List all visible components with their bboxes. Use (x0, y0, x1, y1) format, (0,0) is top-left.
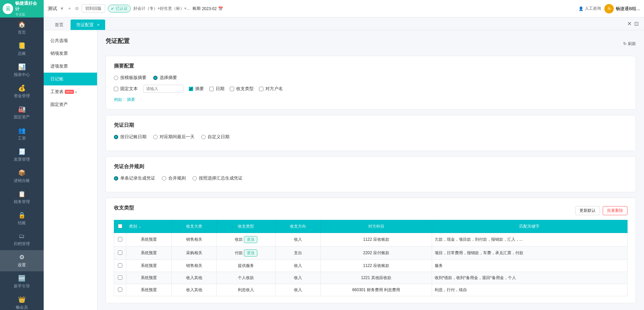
left-nav-item-purchase-invoice[interactable]: 进项发票 (44, 60, 97, 73)
fixed-text-checkbox-label[interactable]: 固定文本 (114, 86, 138, 92)
topbar-dropdown-arrow[interactable]: ▼ (60, 6, 64, 11)
select-all-checkbox[interactable] (118, 224, 122, 228)
refresh-btn[interactable]: ↻ 刷新 (623, 41, 636, 47)
sidebar-item-label-guide: 新手引导 (14, 283, 30, 289)
invoice-mgmt-icon: 🧾 (18, 148, 26, 155)
sidebar-item-home[interactable]: 🏠首页 (0, 17, 44, 39)
row-account-2: 1122 应收账款 (320, 260, 432, 272)
summary-select-radio[interactable] (153, 76, 158, 80)
left-nav-item-salary-table[interactable]: 工资表 NEW › (44, 85, 97, 98)
type-tag-0[interactable]: 置顶 (244, 236, 257, 243)
topbar-gear-icon[interactable]: ⚙ (75, 6, 79, 11)
calendar-icon[interactable]: 📅 (218, 6, 223, 11)
sidebar-item-close[interactable]: 🔒结账 (0, 208, 44, 229)
tabs-bar: 首页 凭证配置 × ✕ ⊡ (44, 17, 644, 30)
custom-date-radio[interactable] (201, 135, 206, 139)
summary-select-option[interactable]: 选择摘要 (153, 75, 177, 81)
row-checkbox-cell-3[interactable] (114, 272, 126, 284)
window-close-btn[interactable]: ✕ (627, 21, 632, 27)
merge-rule-option[interactable]: 合并规则 (162, 175, 186, 181)
sidebar-item-settings[interactable]: ⚙设置 (0, 250, 44, 271)
category-sort-icon[interactable]: ⌄ (138, 225, 141, 228)
left-nav-item-sales-invoice[interactable]: 销项发票 (44, 47, 97, 60)
row-checkbox-cell-0[interactable] (114, 233, 126, 246)
row-checkbox-cell-1[interactable] (114, 246, 126, 260)
row-checkbox-cell-4[interactable] (114, 284, 126, 296)
tab-home[interactable]: 首页 (49, 20, 69, 30)
period-last-option[interactable]: 对应期间最后一天 (153, 134, 195, 140)
topbar-user[interactable]: 头 畅捷通B组... (604, 4, 640, 13)
th-account-label: 对方科目 (368, 224, 384, 229)
update-default-btn[interactable]: 更新默认 (575, 206, 600, 215)
select-total-option[interactable]: 按照选择汇总生成凭证 (192, 175, 243, 181)
custom-date-label: 自定义日期 (208, 134, 229, 140)
tab-close-icon[interactable]: × (97, 22, 100, 27)
tab-voucher-config[interactable]: 凭证配置 × (71, 20, 105, 30)
counterpart-checkbox[interactable] (259, 87, 263, 91)
sidebar-item-label-archive: 归档管理 (14, 241, 30, 247)
fixed-text-checkbox[interactable] (114, 87, 118, 91)
single-record-radio[interactable] (114, 176, 118, 181)
custom-date-option[interactable]: 自定义日期 (201, 134, 229, 140)
date-checkbox-label[interactable]: 日期 (209, 86, 224, 92)
journal-date-option[interactable]: 按日记账日期 (114, 134, 146, 140)
sidebar-item-invoice-mgmt[interactable]: 🧾发票管理 (0, 145, 44, 166)
summary-checkbox-row: 固定文本 摘要 日期 收支类型 (114, 85, 628, 93)
sidebar-item-reports[interactable]: 📊报表中心 (0, 60, 44, 81)
summary-template-option[interactable]: 按模板版摘要 (114, 75, 146, 81)
left-nav-item-fixed-assets[interactable]: 固定资产 (44, 98, 97, 111)
summary-checkbox[interactable] (189, 87, 193, 91)
sidebar-item-label-member: 畅会员 (16, 305, 28, 310)
row-checkbox-0[interactable] (118, 237, 122, 241)
sidebar-item-purchases[interactable]: 📦进销台账 (0, 166, 44, 187)
page-content: 公共选项销项发票进项发票日记账工资表 NEW ›固定资产 凭证配置 ↻ 刷新 摘… (44, 30, 644, 310)
window-expand-btn[interactable]: ⊡ (634, 21, 639, 27)
journal-date-radio[interactable] (114, 135, 118, 139)
row-account-1: 2202 应付账款 (320, 246, 432, 260)
sidebar-item-tax[interactable]: 📋税务管理 (0, 187, 44, 208)
summary-template-radio[interactable] (114, 76, 118, 80)
topbar-switch-button[interactable]: 切到旧版 (82, 4, 105, 13)
topbar: 测试 ▼ ＋ ⚙ 切到旧版 ✔ 已认证 好会计（专）+好生意（标）+... 账期… (44, 0, 644, 17)
counterpart-checkbox-label[interactable]: 对方户名 (259, 86, 283, 92)
row-checkbox-4[interactable] (118, 287, 122, 292)
fixed-text-input[interactable] (143, 85, 183, 93)
th-checkbox[interactable] (114, 220, 126, 233)
sidebar-item-member[interactable]: 👑畅会员 (0, 293, 44, 310)
payment-type-checkbox-label[interactable]: 收支类型 (230, 86, 254, 92)
left-nav-item-public[interactable]: 公共选项 (44, 34, 97, 47)
sidebar-item-archive[interactable]: 🗂归档管理 (0, 229, 44, 250)
summary-radio-group: 按模板版摘要 选择摘要 (114, 75, 628, 81)
sidebar-item-label-home: 首页 (18, 30, 26, 35)
sidebar-item-ledger[interactable]: 📒总账 (0, 39, 44, 60)
left-nav-item-journal[interactable]: 日记账 (44, 73, 97, 85)
voucher-date-radio-group: 按日记账日期 对应期间最后一天 自定义日期 (114, 134, 628, 140)
voucher-date-section: 凭证日期 按日记账日期 对应期间最后一天 自定义日期 (105, 115, 636, 151)
topbar-add-btn[interactable]: ＋ (67, 5, 72, 12)
payment-types-section: 收支类型 更新默认 批量删除 (105, 198, 636, 303)
select-total-radio[interactable] (192, 176, 197, 181)
merge-rule-radio[interactable] (162, 176, 166, 181)
single-record-option[interactable]: 单条记录生成凭证 (114, 175, 155, 181)
sidebar-item-assets[interactable]: 🏭固定资产 (0, 102, 44, 123)
th-keyword-label: 匹配关键字 (519, 224, 540, 229)
row-big-category-2: 销售相关 (171, 260, 217, 272)
summary-checkbox-label[interactable]: 摘要 (189, 86, 204, 92)
row-checkbox-3[interactable] (118, 275, 122, 280)
period-last-radio[interactable] (153, 135, 158, 139)
sidebar-item-guide[interactable]: 🆕新手引导 (0, 271, 44, 293)
row-checkbox-cell-2[interactable] (114, 260, 126, 272)
row-checkbox-2[interactable] (118, 263, 122, 268)
payment-type-checkbox[interactable] (230, 87, 234, 91)
row-checkbox-1[interactable] (118, 250, 122, 255)
sidebar-item-funds[interactable]: 💰资金管理 (0, 81, 44, 102)
batch-delete-btn[interactable]: 批量删除 (603, 206, 628, 215)
sidebar-item-salary[interactable]: 👥工资 (0, 123, 44, 145)
date-checkbox[interactable] (209, 87, 214, 91)
type-tag-1[interactable]: 置顶 (244, 249, 257, 257)
topbar-help[interactable]: 👤 人工咨询 (578, 6, 601, 11)
payment-type-cb-label: 收支类型 (236, 86, 254, 92)
th-category: 类别 ⌄ (126, 220, 172, 233)
payment-types-table: 类别 ⌄ 收支大类 收支类型 收支方向 (114, 220, 628, 296)
sidebar-item-label-tax: 税务管理 (14, 199, 30, 205)
